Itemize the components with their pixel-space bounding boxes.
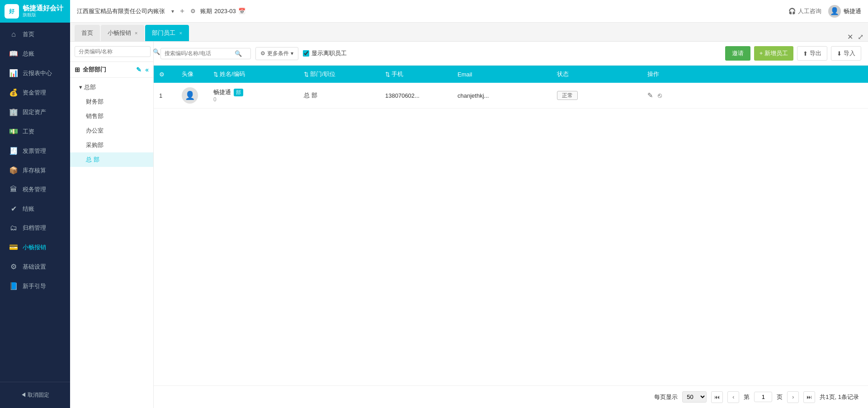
logout-icon[interactable]: ⎋ <box>658 91 662 100</box>
total-label: 共1页, 1条记录 <box>820 393 859 401</box>
cancel-fixed-button[interactable]: ◀ 取消固定 <box>0 387 70 403</box>
cell-action: ✎ ⎋ <box>642 83 868 109</box>
search-box: 🔍 <box>160 48 251 59</box>
sidebar-icon-archive: 🗂 <box>9 224 18 232</box>
next-page-button[interactable]: › <box>787 391 799 403</box>
first-page-button[interactable]: ⏮ <box>711 391 723 403</box>
sidebar-item-inventory[interactable]: 📦库存核算 <box>0 161 70 180</box>
page-di-label: 第 <box>744 393 750 401</box>
export-button[interactable]: ⬆ 导出 <box>797 46 827 61</box>
col-name[interactable]: ⇅ 姓名/编码 <box>208 66 298 83</box>
table-row: 1 👤 畅捷通 部 0 总 部 <box>154 83 868 109</box>
sidebar-label-archive: 归档管理 <box>23 224 46 232</box>
edit-icon[interactable]: ✎ <box>647 91 653 100</box>
user-avatar-icon: 👤 <box>830 7 839 15</box>
dept-search-input[interactable] <box>75 46 151 57</box>
sidebar-item-guide[interactable]: 📘新手引导 <box>0 276 70 296</box>
col-dept[interactable]: ⇅ 部门/职位 <box>298 66 380 83</box>
add-company-icon[interactable]: ＋ <box>179 6 186 16</box>
cell-phone: 138070602... <box>380 83 452 109</box>
add-employee-button[interactable]: + 新增员工 <box>754 46 793 61</box>
dept-node-headquarters[interactable]: 总 部 <box>70 152 153 167</box>
page-label: 页 <box>777 393 783 401</box>
sidebar-item-tax[interactable]: 🏛税务管理 <box>0 180 70 199</box>
dept-node-purchase[interactable]: 采购部 <box>70 138 153 152</box>
settings-icon[interactable]: ⚙ <box>190 8 196 14</box>
tab-dept-employee[interactable]: 部门员工 × <box>145 25 189 41</box>
per-page-select[interactable]: 50 20 100 <box>682 391 707 403</box>
dept-node-office[interactable]: 办公室 <box>70 123 153 138</box>
tab-home[interactable]: 首页 <box>75 25 100 41</box>
toolbar-right: 邀请 + 新增员工 ⬆ 导出 ⬇ 导入 <box>725 46 861 61</box>
employee-table: ⚙ 头像 ⇅ 姓名/编码 ⇅ <box>154 66 868 109</box>
sidebar-item-salary[interactable]: 💵工资 <box>0 122 70 141</box>
last-page-button[interactable]: ⏭ <box>803 391 815 403</box>
company-dropdown-icon[interactable]: ▾ <box>171 8 174 14</box>
dept-collapse-icon[interactable]: « <box>145 66 149 73</box>
sidebar-label-tax: 税务管理 <box>23 185 46 194</box>
per-page-label: 每页显示 <box>654 393 678 401</box>
sidebar-icon-funds: 💰 <box>9 88 18 97</box>
export-icon: ⬆ <box>803 50 808 57</box>
app-logo: 好 畅捷通好会计 旗舰版 <box>0 0 70 23</box>
calendar-icon[interactable]: 📅 <box>238 8 245 14</box>
sidebar-label-home: 首页 <box>23 30 34 38</box>
dept-panel: 🔍 ⊞ 全部部门 ✎ « ▾ 总部 财务部 <box>70 42 154 408</box>
tab-close-all-icon[interactable]: ✕ <box>847 33 853 41</box>
sidebar-item-checkout[interactable]: ✔结账 <box>0 199 70 218</box>
dept-node-general[interactable]: ▾ 总部 <box>70 80 153 95</box>
show-resigned-checkbox-label[interactable]: 显示离职员工 <box>303 49 347 57</box>
import-icon: ⬇ <box>837 50 842 57</box>
tab-expense-close-icon[interactable]: × <box>135 30 137 36</box>
employee-avatar: 👤 <box>182 87 198 104</box>
col-status: 状态 <box>552 66 642 83</box>
search-input[interactable] <box>165 50 232 57</box>
prev-page-button[interactable]: ‹ <box>727 391 739 403</box>
sidebar-nav: ⌂首页📖总账📊云报表中心💰资金管理🏢固定资产💵工资🧾发票管理📦库存核算🏛税务管理… <box>0 23 70 382</box>
show-resigned-checkbox[interactable] <box>303 50 309 57</box>
tab-expand-icon[interactable]: ⤢ <box>858 33 863 41</box>
col-settings[interactable]: ⚙ <box>154 66 176 83</box>
tab-expense-label: 小畅报销 <box>108 29 131 37</box>
cell-num: 1 <box>154 83 176 109</box>
avatar: 👤 <box>828 5 841 18</box>
col-phone[interactable]: ⇅ 手机 <box>380 66 452 83</box>
dept-node-finance[interactable]: 财务部 <box>70 95 153 109</box>
consult-button[interactable]: 🎧 人工咨询 <box>788 7 821 15</box>
sidebar-item-invoice[interactable]: 🧾发票管理 <box>0 141 70 161</box>
sidebar: 好 畅捷通好会计 旗舰版 ⌂首页📖总账📊云报表中心💰资金管理🏢固定资产💵工资🧾发… <box>0 0 70 408</box>
page-number-input[interactable] <box>754 392 772 402</box>
sidebar-icon-guide: 📘 <box>9 282 18 290</box>
sidebar-item-settings[interactable]: ⚙基础设置 <box>0 257 70 276</box>
user-area[interactable]: 👤 畅捷通 <box>828 5 861 18</box>
user-name: 畅捷通 <box>844 7 861 15</box>
sidebar-item-funds[interactable]: 💰资金管理 <box>0 83 70 102</box>
sidebar-icon-assets: 🏢 <box>9 108 18 116</box>
dept-search-area: 🔍 <box>70 42 153 62</box>
col-email: Email <box>452 66 552 83</box>
toolbar: 🔍 ⚙ 更多条件 ▾ 显示离职员工 邀请 + 新增员工 ⬆ 导出 <box>154 42 868 66</box>
sidebar-label-settings: 基础设置 <box>23 263 46 271</box>
col-avatar: 头像 <box>176 66 208 83</box>
invite-button[interactable]: 邀请 <box>725 46 750 61</box>
sidebar-item-assets[interactable]: 🏢固定资产 <box>0 102 70 122</box>
status-badge: 正常 <box>557 91 578 100</box>
sidebar-label-assets: 固定资产 <box>23 108 46 116</box>
import-button[interactable]: ⬇ 导入 <box>831 46 861 61</box>
sidebar-item-ledger[interactable]: 📖总账 <box>0 44 70 63</box>
right-panel: 🔍 ⚙ 更多条件 ▾ 显示离职员工 邀请 + 新增员工 ⬆ 导出 <box>154 42 868 408</box>
sidebar-label-checkout: 结账 <box>23 205 34 213</box>
sidebar-icon-ledger: 📖 <box>9 49 18 58</box>
tab-dept-employee-close-icon[interactable]: × <box>179 30 182 36</box>
all-dept-label: 全部部门 <box>83 66 106 74</box>
sidebar-item-home[interactable]: ⌂首页 <box>0 25 70 44</box>
sidebar-item-expense2[interactable]: 💳小畅报销 <box>0 237 70 257</box>
tab-bar-actions: ✕ ⤢ <box>847 33 863 41</box>
dept-node-sales[interactable]: 销售部 <box>70 109 153 123</box>
more-filter-button[interactable]: ⚙ 更多条件 ▾ <box>255 47 298 60</box>
tab-expense[interactable]: 小畅报销 × <box>101 25 144 41</box>
search-icon[interactable]: 🔍 <box>235 50 242 57</box>
dept-edit-icon[interactable]: ✎ <box>136 66 142 73</box>
sidebar-item-reports[interactable]: 📊云报表中心 <box>0 63 70 83</box>
sidebar-item-archive[interactable]: 🗂归档管理 <box>0 218 70 237</box>
